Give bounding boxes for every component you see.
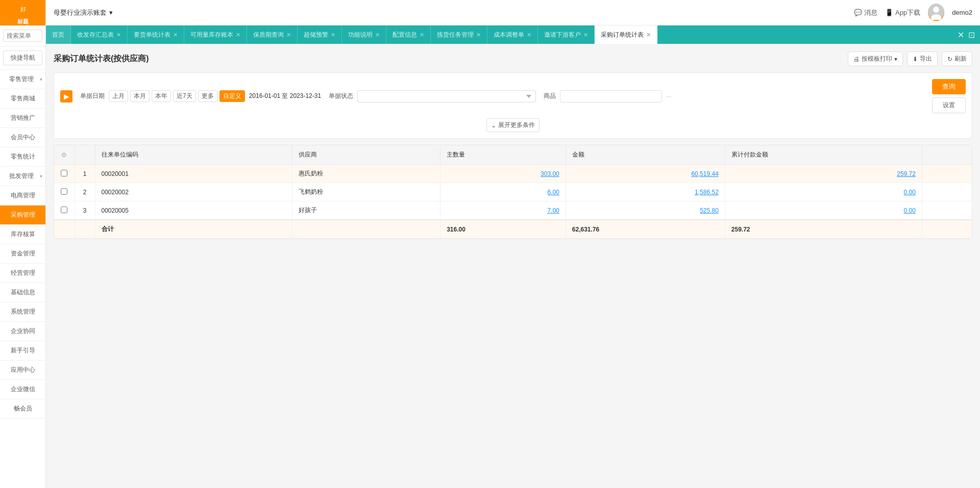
cell-qty-2[interactable]: 7.00 [440, 201, 566, 220]
sidebar-item-inventory[interactable]: 库存核算 [0, 225, 45, 244]
sidebar: 好 标题 快捷导航 零售管理▾零售商城营销推广会员中心零售统计批发管理▾电商管理… [0, 0, 46, 488]
tab-receive-summary[interactable]: 收发存汇总表✕ [71, 25, 128, 44]
sidebar-item-app-center[interactable]: 应用中心 [0, 361, 45, 380]
tab-invite-downstream[interactable]: 邀请下游客户✕ [538, 25, 595, 44]
column-settings-icon[interactable]: ⚙ [61, 151, 67, 159]
row-checkbox-0[interactable] [61, 170, 67, 176]
row-checkbox-2[interactable] [61, 207, 67, 213]
workspace-name: 母婴行业演示账套 [54, 8, 107, 17]
page-header: 采购订单统计表(按供应商) 🖨 按模板打印 ▾ ⬇ 导出 ↻ 刷新 [54, 52, 972, 66]
tab-function-desc[interactable]: 功能说明✕ [342, 25, 386, 44]
quick-nav-button[interactable]: 快捷导航 [3, 50, 42, 65]
cell-checkbox-2[interactable] [54, 201, 75, 220]
query-button[interactable]: 查询 [932, 79, 966, 94]
cell-checkbox-1[interactable] [54, 183, 75, 201]
maximize-button[interactable]: ⊡ [968, 30, 975, 40]
sidebar-item-newbie[interactable]: 新手引导 [0, 341, 45, 361]
tab-close-invite-downstream[interactable]: ✕ [583, 32, 588, 38]
tab-demand-summary[interactable]: 要货单统计表✕ [128, 25, 184, 44]
cell-paid-0[interactable]: 259.72 [725, 165, 922, 183]
tab-close-expiry-query[interactable]: ✕ [286, 32, 291, 38]
app-download-button[interactable]: 📱 App下载 [885, 8, 920, 17]
sidebar-item-wechat[interactable]: 企业微信 [0, 380, 45, 399]
sidebar-item-operation[interactable]: 经营管理 [0, 264, 45, 283]
sidebar-item-member[interactable]: 会员中心 [0, 128, 45, 147]
sidebar-item-retail-stats[interactable]: 零售统计 [0, 147, 45, 167]
tab-close-picking-task[interactable]: ✕ [476, 32, 481, 38]
sidebar-item-ecommerce[interactable]: 电商管理 [0, 186, 45, 206]
sidebar-item-system[interactable]: 系统管理 [0, 302, 45, 322]
close-all-tabs-button[interactable]: ✕ [958, 30, 964, 40]
date-shortcut-last-month[interactable]: 上月 [109, 90, 128, 102]
sidebar-item-basic[interactable]: 基础信息 [0, 283, 45, 302]
cell-unit-code-2: 00020005 [95, 201, 292, 220]
cell-amount-0[interactable]: 60,519.44 [566, 165, 725, 183]
refresh-button[interactable]: ↻ 刷新 [942, 52, 972, 66]
expand-more-conditions-button[interactable]: ⌄ 展开更多条件 [486, 118, 540, 132]
footer-extra-cell [922, 220, 972, 239]
sidebar-item-retail-shop[interactable]: 零售商城 [0, 89, 45, 109]
status-select[interactable] [357, 90, 536, 102]
tab-overstock-warning[interactable]: 超储预警✕ [298, 25, 342, 44]
tab-label-available-stock: 可用量库存账本 [190, 31, 233, 39]
date-shortcut-7days[interactable]: 近7天 [173, 90, 196, 102]
tab-close-purchase-summary[interactable]: ✕ [646, 32, 651, 38]
cell-amount-1[interactable]: 1,586.52 [566, 183, 725, 201]
workspace-selector[interactable]: 母婴行业演示账套 ▾ [54, 8, 113, 17]
date-shortcut-this-month[interactable]: 本月 [130, 90, 150, 102]
user-avatar[interactable] [928, 5, 944, 21]
cell-amount-2[interactable]: 525.80 [566, 201, 725, 220]
tab-close-available-stock[interactable]: ✕ [236, 32, 240, 38]
th-unit-code: 往来单位编码 [95, 145, 292, 165]
sidebar-item-label-wholesale: 批发管理 [3, 172, 40, 181]
footer-settings-cell [54, 220, 75, 239]
cell-paid-1[interactable]: 0.00 [725, 183, 922, 201]
cell-qty-0[interactable]: 303.00 [440, 165, 566, 183]
goods-more-icon[interactable]: ··· [666, 92, 672, 100]
sidebar-item-enterprise[interactable]: 企业协同 [0, 322, 45, 341]
footer-paid-cell: 259.72 [725, 220, 922, 239]
tab-close-config-info[interactable]: ✕ [420, 32, 424, 38]
export-button[interactable]: ⬇ 导出 [907, 52, 938, 66]
sidebar-item-capital[interactable]: 资金管理 [0, 244, 45, 264]
date-range-display: 2016-01-01 至 2023-12-31 [249, 92, 321, 100]
goods-input[interactable] [560, 90, 662, 102]
cell-checkbox-0[interactable] [54, 165, 75, 183]
tab-close-cost-adjust[interactable]: ✕ [527, 32, 531, 38]
settings-button[interactable]: 设置 [932, 97, 966, 113]
tab-close-demand-summary[interactable]: ✕ [173, 32, 178, 38]
sidebar-item-marketing[interactable]: 营销推广 [0, 109, 45, 128]
message-button[interactable]: 💬 消息 [854, 8, 877, 17]
tab-expiry-query[interactable]: 保质期查询✕ [247, 25, 298, 44]
tab-picking-task[interactable]: 拣货任务管理✕ [431, 25, 487, 44]
tab-config-info[interactable]: 配置信息✕ [386, 25, 431, 44]
sidebar-item-retail[interactable]: 零售管理▾ [0, 70, 45, 89]
date-shortcut-more[interactable]: 更多 [198, 90, 217, 102]
tab-close-receive-summary[interactable]: ✕ [116, 32, 121, 38]
logo-text: 标题 [17, 18, 29, 25]
sidebar-item-vip[interactable]: 畅会员 [0, 399, 45, 419]
th-seq [75, 145, 95, 165]
cell-extra-2 [922, 201, 972, 220]
tab-close-function-desc[interactable]: ✕ [375, 32, 380, 38]
tab-home[interactable]: 首页 [46, 25, 71, 44]
cell-qty-1[interactable]: 6.00 [440, 183, 566, 201]
date-shortcut-this-year[interactable]: 本年 [152, 90, 171, 102]
date-shortcut-custom[interactable]: 自定义 [219, 90, 245, 102]
tab-available-stock[interactable]: 可用量库存账本✕ [184, 25, 247, 44]
tab-purchase-summary[interactable]: 采购订单统计表✕ [595, 25, 657, 44]
sidebar-item-purchase[interactable]: 采购管理 [0, 206, 45, 225]
tab-close-overstock-warning[interactable]: ✕ [331, 32, 335, 38]
th-settings: ⚙ [54, 145, 75, 165]
sidebar-item-wholesale[interactable]: 批发管理▾ [0, 167, 45, 186]
search-input[interactable] [3, 30, 42, 42]
print-button[interactable]: 🖨 按模板打印 ▾ [848, 52, 903, 66]
main-content: 母婴行业演示账套 ▾ 💬 消息 📱 App下载 [46, 0, 980, 488]
message-label: 消息 [864, 8, 877, 17]
filter-toggle-button[interactable]: ▶ [60, 90, 72, 102]
tab-cost-adjust[interactable]: 成本调整单✕ [487, 25, 538, 44]
cell-paid-2[interactable]: 0.00 [725, 201, 922, 220]
sidebar-item-arrow-retail: ▾ [40, 76, 42, 82]
row-checkbox-1[interactable] [61, 188, 67, 195]
tab-label-config-info: 配置信息 [393, 31, 417, 39]
